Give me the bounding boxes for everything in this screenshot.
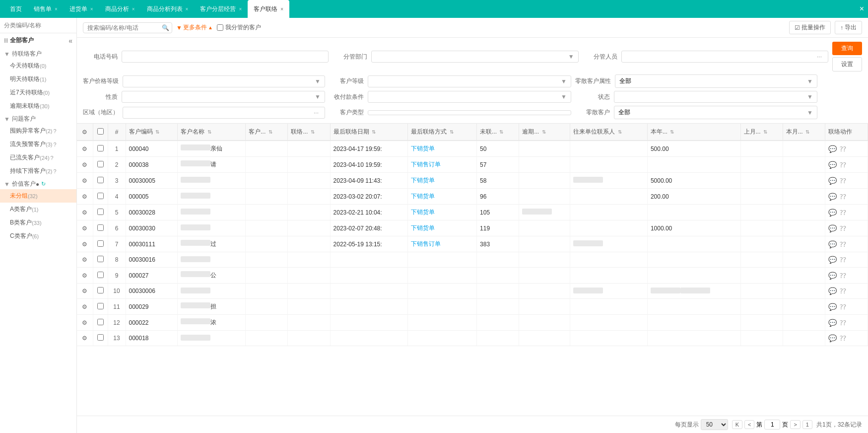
row-gear[interactable]: ⚙ (77, 173, 93, 189)
sidebar-item-7days[interactable]: 近7天待联络 (0) (0, 86, 76, 99)
contact-action-icon[interactable]: 💬 (828, 334, 837, 342)
nav-tab-customer-contact[interactable]: 客户联络 × (248, 0, 289, 18)
contact-action-icon[interactable]: 💬 (828, 177, 837, 185)
contact-action-icon[interactable]: 💬 (828, 209, 837, 216)
last-method-link[interactable]: 下销售订单 (411, 161, 441, 168)
manager-select[interactable]: ··· (621, 51, 828, 63)
nav-tab-analysis-list[interactable]: 商品分析列表 × (141, 0, 195, 18)
scatter-customer-select[interactable]: 全部 ▼ (614, 106, 817, 119)
customer-level-select[interactable]: ▼ (368, 75, 571, 87)
close-analysis-tab[interactable]: × (132, 6, 135, 12)
more-action-icon[interactable]: ⁇ (840, 177, 846, 185)
row-checkbox[interactable] (97, 256, 104, 262)
nav-tab-analysis[interactable]: 商品分析 × (99, 0, 141, 18)
contact-person-column-header[interactable]: 往来单位联系人 ⇅ (570, 124, 648, 141)
more-action-icon[interactable]: ⁇ (840, 161, 846, 169)
close-segment-tab[interactable]: × (239, 6, 242, 12)
row-checkbox[interactable] (97, 303, 104, 309)
prev-page-button[interactable]: < (744, 420, 754, 429)
more-action-icon[interactable]: ⁇ (840, 145, 846, 153)
nature-select[interactable]: ▼ (122, 91, 325, 103)
more-dots-icon[interactable]: ··· (815, 53, 824, 60)
sidebar-item-overdue[interactable]: 逾期未联络 (30) (0, 99, 76, 113)
contact-action-icon[interactable]: 💬 (828, 272, 837, 280)
status-select[interactable]: ▼ (614, 91, 817, 103)
row-checkbox[interactable] (97, 193, 104, 199)
payment-select[interactable]: ▼ (368, 91, 571, 103)
batch-operation-button[interactable]: ☑ 批量操作 (789, 21, 831, 34)
overdue-column-header[interactable]: 逾期... ⇅ (519, 124, 570, 141)
row-checkbox[interactable] (97, 209, 104, 215)
row-checkbox[interactable] (97, 145, 104, 151)
not-contacted-column-header[interactable]: 未联... ⇅ (477, 124, 519, 141)
search-box[interactable]: 🔍 (83, 22, 172, 33)
region-select[interactable]: ··· (123, 107, 325, 119)
contact-action-icon[interactable]: 💬 (828, 145, 837, 153)
last-month-column-header[interactable]: 上月... ⇅ (740, 124, 783, 141)
close-purchase-tab[interactable]: × (90, 6, 93, 12)
contact-action-icon[interactable]: 💬 (828, 161, 837, 169)
this-month-column-header[interactable]: 本月... ⇅ (783, 124, 825, 141)
row-checkbox[interactable] (97, 272, 104, 278)
more-conditions-button[interactable]: ▼ 更多条件 ▲ (176, 23, 213, 32)
row-gear[interactable]: ⚙ (77, 331, 93, 346)
row-gear[interactable]: ⚙ (77, 252, 93, 268)
row-gear[interactable]: ⚙ (77, 315, 93, 331)
more-action-icon[interactable]: ⁇ (840, 303, 846, 311)
help-icon2[interactable]: ? (53, 142, 56, 147)
search-icon[interactable]: 🔍 (162, 24, 169, 31)
last-method-link[interactable]: 下销货单 (411, 145, 435, 152)
row-gear[interactable]: ⚙ (77, 284, 93, 299)
collapse-icon[interactable]: « (68, 37, 72, 45)
select-all-checkbox[interactable] (97, 128, 104, 135)
contact-action-icon[interactable]: 💬 (828, 287, 837, 295)
my-customers-check[interactable] (217, 24, 223, 31)
sidebar-item-today[interactable]: 今天待联络 (0) (0, 59, 76, 72)
row-gear[interactable]: ⚙ (77, 157, 93, 173)
row-gear[interactable]: ⚙ (77, 299, 93, 315)
more-action-icon[interactable]: ⁇ (840, 224, 846, 232)
price-level-select[interactable]: ▼ (123, 75, 325, 87)
dept-select[interactable]: ▼ (371, 51, 578, 63)
nav-tab-purchase[interactable]: 进货单 × (64, 0, 99, 18)
sidebar-item-declining[interactable]: 持续下滑客户 (2) ? (0, 164, 76, 178)
contact-action-icon[interactable]: 💬 (828, 240, 837, 248)
help-icon3[interactable]: ? (51, 155, 54, 161)
region-dots[interactable]: ··· (312, 109, 321, 116)
last-method-link[interactable]: 下销售订单 (411, 240, 441, 247)
type-column-header[interactable]: 客户... ⇅ (246, 124, 288, 141)
last-method-link[interactable]: 下销货单 (411, 193, 435, 200)
sidebar-item-churn-warning[interactable]: 流失预警客户 (3) ? (0, 138, 76, 151)
this-year-column-header[interactable]: 本年... ⇅ (647, 124, 740, 141)
last-method-column-header[interactable]: 最后联络方式 ⇅ (408, 124, 477, 141)
last-page-button[interactable]: 1 (802, 420, 812, 429)
close-window-button[interactable]: × (860, 4, 864, 13)
search-input[interactable] (87, 24, 162, 31)
row-checkbox[interactable] (97, 177, 104, 183)
help-icon4[interactable]: ? (53, 168, 56, 174)
last-date-column-header[interactable]: 最后联络日期 ⇅ (330, 124, 408, 141)
sidebar-item-class-b[interactable]: B类客户 (33) (0, 216, 76, 229)
sidebar-item-class-c[interactable]: C类客户 (6) (0, 229, 76, 243)
my-customers-checkbox[interactable]: 我分管的客户 (217, 23, 261, 32)
query-button[interactable]: 查询 (832, 42, 862, 55)
code-column-header[interactable]: 客户编码 ⇅ (126, 124, 178, 141)
contact-action-icon[interactable]: 💬 (828, 224, 837, 232)
last-method-link[interactable]: 下销货单 (411, 209, 435, 216)
row-checkbox[interactable] (97, 224, 104, 231)
sidebar-item-churned[interactable]: 已流失客户 (24) ? (0, 151, 76, 164)
sidebar-item-class-a[interactable]: A类客户 (1) (0, 203, 76, 216)
last-method-link[interactable]: 下销货单 (411, 177, 435, 184)
row-gear[interactable]: ⚙ (77, 236, 93, 252)
name-column-header[interactable]: 客户名称 ⇅ (178, 124, 246, 141)
more-action-icon[interactable]: ⁇ (840, 334, 846, 342)
first-page-button[interactable]: K (732, 420, 742, 429)
more-action-icon[interactable]: ⁇ (840, 319, 846, 327)
last-method-link[interactable]: 下销货单 (411, 224, 435, 231)
more-action-icon[interactable]: ⁇ (840, 256, 846, 264)
nav-tab-customer-segment[interactable]: 客户分层经营 × (194, 0, 248, 18)
contact-action-icon[interactable]: 💬 (828, 193, 837, 201)
contact-action-icon[interactable]: 💬 (828, 303, 837, 311)
row-checkbox[interactable] (97, 334, 104, 341)
more-action-icon[interactable]: ⁇ (840, 287, 846, 295)
